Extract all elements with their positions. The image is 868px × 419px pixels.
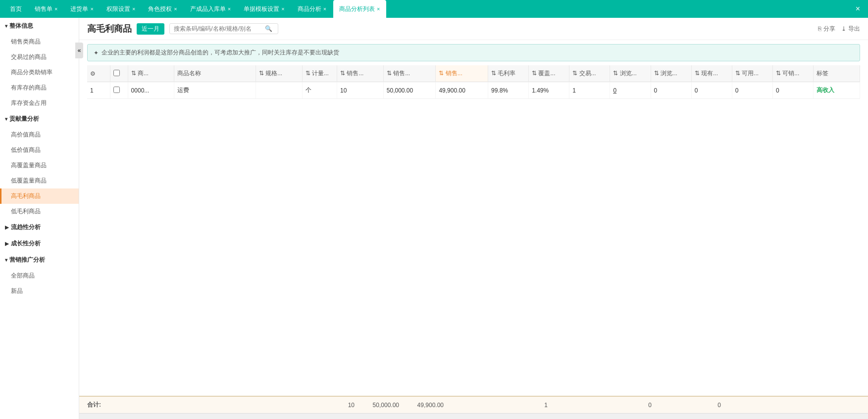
sidebar-group-overall[interactable]: ▾ 整体信息	[0, 18, 79, 34]
sidebar-collapse-button[interactable]: «	[75, 43, 83, 58]
row-checkbox[interactable]	[113, 87, 120, 93]
sidebar-item-low-value[interactable]: 低价值商品	[0, 142, 79, 158]
col-gross-rate-label: 毛利率	[498, 70, 515, 77]
nav-role-label: 角色授权	[148, 5, 172, 13]
export-label: 导出	[848, 25, 860, 33]
col-transaction-sort-icon: ⇅	[572, 70, 577, 77]
sidebar-item-low-margin[interactable]: 低毛利商品	[0, 204, 79, 219]
cell-sales-qty: 10	[337, 82, 383, 99]
cell-check[interactable]	[110, 82, 128, 99]
share-button[interactable]: ⎘ 分享	[818, 25, 835, 33]
sidebar-item-new-goods[interactable]: 新品	[0, 283, 79, 299]
nav-template[interactable]: 单据模板设置 ×	[238, 0, 290, 18]
nav-sales-close[interactable]: ×	[54, 6, 57, 12]
cell-browse1[interactable]: 0	[610, 82, 651, 99]
info-text: 企业的主要的利润都是这部分商品创造的，可考虑加大推广，同时关注库存是不要出现缺货	[102, 48, 339, 57]
col-gross-rate[interactable]: ⇅ 毛利率	[488, 65, 529, 82]
col-unit-sort-icon: ⇅	[306, 70, 310, 77]
nav-sales-label: 销售单	[35, 5, 52, 13]
cell-gross-rate: 99.8%	[488, 82, 529, 99]
row-coverage: 1.49%	[532, 87, 549, 94]
sidebar-item-low-coverage[interactable]: 低覆盖量商品	[0, 173, 79, 188]
nav-permission[interactable]: 权限设置 ×	[101, 0, 141, 18]
nav-role-close[interactable]: ×	[174, 6, 177, 12]
col-spec[interactable]: ⇅ 规格...	[255, 65, 302, 82]
table-container[interactable]: ⚙ ⇅ 商... 商品名称 ⇅	[79, 65, 868, 396]
nav-analysis-list[interactable]: 商品分析列表 ×	[333, 0, 386, 18]
nav-product-analysis-close[interactable]: ×	[323, 6, 326, 12]
col-seq[interactable]: ⚙	[87, 65, 110, 82]
col-coverage-sort-icon: ⇅	[532, 70, 537, 77]
sidebar-group-contribution[interactable]: ▾ 贡献量分析	[0, 111, 79, 127]
sidebar-group-growth[interactable]: ▶ 成长性分析	[0, 235, 79, 252]
select-all-checkbox[interactable]	[113, 70, 120, 76]
col-tag-label: 标签	[817, 70, 828, 77]
nav-product-analysis[interactable]: 商品分析 ×	[292, 0, 332, 18]
col-sales-amt2-sort-icon: ⇅	[439, 70, 444, 77]
nav-permission-close[interactable]: ×	[132, 6, 135, 12]
col-tag[interactable]: 标签	[814, 65, 860, 82]
search-input[interactable]	[174, 25, 263, 32]
sidebar-item-sales-goods[interactable]: 销售类商品	[0, 34, 79, 49]
col-unit[interactable]: ⇅ 计量...	[302, 65, 337, 82]
bottom-scrollbar[interactable]	[79, 413, 868, 419]
col-spec-sort-icon: ⇅	[259, 70, 264, 77]
nav-purchase-close[interactable]: ×	[90, 6, 93, 12]
search-wrap[interactable]: 🔍	[169, 23, 278, 34]
cell-sellable-qty: 0	[772, 82, 813, 99]
sidebar-item-high-coverage[interactable]: 高覆盖量商品	[0, 158, 79, 173]
sidebar-item-inventory-capital[interactable]: 库存资金占用	[0, 95, 79, 111]
sidebar-item-high-margin[interactable]: 高毛利商品	[0, 188, 79, 204]
nav-analysis-list-label: 商品分析列表	[339, 5, 375, 13]
nav-sales-order[interactable]: 销售单 ×	[29, 0, 63, 18]
footer-sales-amt2: 49,900.00	[402, 402, 447, 409]
nav-template-label: 单据模板设置	[244, 5, 279, 13]
col-code[interactable]: ⇅ 商...	[128, 65, 174, 82]
col-code-label: 商...	[138, 70, 149, 77]
col-coverage[interactable]: ⇅ 覆盖...	[529, 65, 569, 82]
nav-role[interactable]: 角色授权 ×	[142, 0, 183, 18]
collapse-icon: «	[78, 47, 81, 54]
cell-transaction: 1	[569, 82, 610, 99]
col-check[interactable]	[110, 65, 128, 82]
col-available-qty[interactable]: ⇅ 可用...	[732, 65, 772, 82]
nav-analysis-list-close[interactable]: ×	[377, 6, 380, 12]
footer-transaction: 1	[516, 402, 551, 409]
col-browse2[interactable]: ⇅ 浏览...	[651, 65, 691, 82]
time-filter-button[interactable]: 近一月	[137, 23, 164, 35]
nav-home[interactable]: 首页	[4, 0, 28, 18]
sidebar-item-traded-goods[interactable]: 交易过的商品	[0, 49, 79, 65]
search-icon[interactable]: 🔍	[265, 25, 272, 32]
row-browse1[interactable]: 0	[613, 87, 616, 94]
content-area: 高毛利商品 近一月 🔍 ⎘ 分享 ⤓ 导出 ✦ 企业的主要的利润都是这部分商品创…	[79, 18, 868, 419]
cell-code: 0000...	[128, 82, 174, 99]
col-sellable-qty[interactable]: ⇅ 可销...	[772, 65, 813, 82]
nav-purchase-order[interactable]: 进货单 ×	[64, 0, 99, 18]
footer-sales-amt1: 50,000.00	[357, 402, 402, 409]
export-button[interactable]: ⤓ 导出	[841, 25, 860, 33]
sidebar-group-marketing[interactable]: ▾ 营销推广分析	[0, 252, 79, 268]
col-sales-qty[interactable]: ⇅ 销售...	[337, 65, 383, 82]
col-sales-amt1[interactable]: ⇅ 销售...	[383, 65, 436, 82]
col-available-qty-label: 可用...	[742, 70, 759, 77]
info-banner: ✦ 企业的主要的利润都是这部分商品创造的，可考虑加大推广，同时关注库存是不要出现…	[87, 44, 860, 61]
nav-close-all-button[interactable]: ×	[852, 4, 864, 13]
col-transaction[interactable]: ⇅ 交易...	[569, 65, 610, 82]
col-current-qty[interactable]: ⇅ 现有...	[691, 65, 732, 82]
nav-product-inbound-close[interactable]: ×	[228, 6, 231, 12]
col-sales-amt2[interactable]: ⇅ 销售...	[436, 65, 488, 82]
col-browse1[interactable]: ⇅ 浏览...	[610, 65, 651, 82]
sidebar-item-all-goods[interactable]: 全部商品	[0, 268, 79, 283]
nav-product-inbound[interactable]: 产成品入库单 ×	[184, 0, 237, 18]
col-coverage-label: 覆盖...	[538, 70, 555, 77]
sidebar-item-category-rate[interactable]: 商品分类助销率	[0, 65, 79, 80]
footer-sales-qty: 10	[318, 402, 357, 409]
sidebar-group-trend[interactable]: ▶ 流趋性分析	[0, 219, 79, 235]
sidebar-item-in-stock[interactable]: 有库存的商品	[0, 80, 79, 95]
col-seq-settings-icon[interactable]: ⚙	[90, 70, 96, 77]
nav-permission-label: 权限设置	[106, 5, 130, 13]
col-name[interactable]: 商品名称	[174, 65, 255, 82]
sidebar-item-high-value[interactable]: 高价值商品	[0, 127, 79, 142]
cell-unit: 个	[302, 82, 337, 99]
nav-template-close[interactable]: ×	[281, 6, 284, 12]
